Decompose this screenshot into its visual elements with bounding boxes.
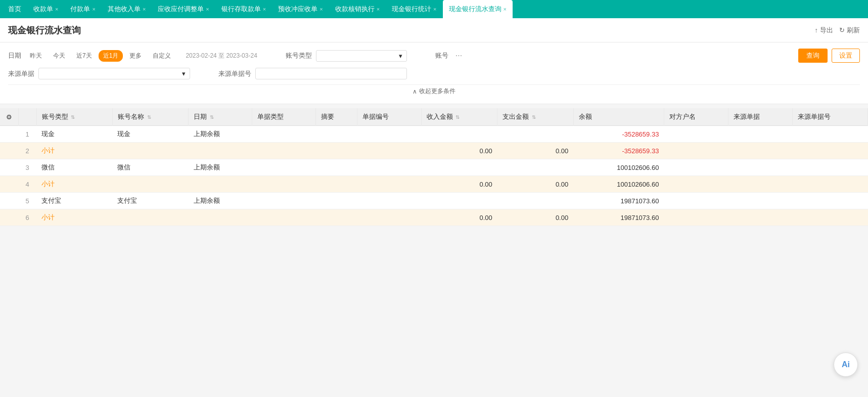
td-counterpart [664, 143, 728, 159]
td-counterpart [664, 193, 728, 209]
td-doc-type [252, 159, 316, 176]
date-range-display: 2023-02-24 至 2023-03-24 [186, 52, 257, 60]
th-counterpart: 对方户名 [664, 108, 728, 126]
td-account-name [112, 176, 188, 193]
collapse-button[interactable]: ∧ 收起更多条件 [8, 84, 860, 98]
td-index: 5 [18, 193, 36, 209]
date-btn-1month[interactable]: 近1月 [99, 50, 123, 62]
td-doc-num [357, 176, 421, 193]
source-doc-label: 来源单据 [8, 69, 34, 78]
td-account-name: 支付宝 [112, 193, 188, 209]
nav-close-adjustment[interactable]: × [206, 6, 209, 12]
td-expense [497, 193, 573, 209]
source-doc-chevron-icon: ▾ [182, 70, 186, 77]
date-btn-7days[interactable]: 近7天 [72, 50, 97, 62]
nav-close-cash-flow[interactable]: × [504, 6, 507, 12]
td-account-type: 支付宝 [36, 193, 112, 209]
td-account-type: 微信 [36, 159, 112, 176]
table-row: 1 现金 现金 上期余额 -3528659.33 [0, 126, 868, 143]
td-checkbox [0, 143, 18, 159]
table-header-row: ⚙ 账号类型 ⇅ 账号名称 ⇅ 日期 ⇅ 单据类型 摘要 单据编号 收入金额 ⇅… [0, 108, 868, 126]
query-button[interactable]: 查询 [798, 49, 828, 63]
nav-close-collection[interactable]: × [377, 6, 380, 12]
source-doc-filter: 来源单据 ▾ [8, 68, 190, 79]
date-btn-yesterday[interactable]: 昨天 [25, 50, 47, 62]
action-buttons: 查询 设置 [798, 49, 860, 63]
td-doc-num [357, 193, 421, 209]
td-account-name: 现金 [112, 126, 188, 143]
refresh-button[interactable]: ↻ 刷新 [839, 26, 860, 35]
source-doc-num-label: 来源单据号 [218, 69, 251, 78]
td-source-doc [728, 159, 792, 176]
td-income [421, 193, 497, 209]
nav-item-collection[interactable]: 收款核销执行 × [329, 0, 386, 18]
account-dots-button[interactable]: ··· [452, 50, 465, 61]
table-row: 5 支付宝 支付宝 上期余额 19871073.60 [0, 193, 868, 209]
table-body: 1 现金 现金 上期余额 -3528659.33 2 小计 0.00 0.00 … [0, 126, 868, 226]
td-summary [316, 176, 357, 193]
date-filter: 日期 昨天 今天 近7天 近1月 更多 自定义 [8, 50, 175, 62]
nav-item-home[interactable]: 首页 [2, 0, 27, 18]
source-doc-num-input[interactable] [255, 68, 407, 79]
td-account-name [112, 209, 188, 226]
th-doc-type: 单据类型 [252, 108, 316, 126]
page-header: 现金银行流水查询 ↑ 导出 ↻ 刷新 [0, 18, 868, 42]
export-button[interactable]: ↑ 导出 [815, 26, 834, 35]
date-btn-custom[interactable]: 自定义 [148, 50, 175, 62]
td-counterpart [664, 159, 728, 176]
nav-close-receipt[interactable]: × [55, 6, 58, 12]
nav-item-cash-stats[interactable]: 现金银行统计 × [386, 0, 442, 18]
th-gear[interactable]: ⚙ [0, 108, 18, 126]
th-account-name[interactable]: 账号名称 ⇅ [112, 108, 188, 126]
td-source-doc [728, 209, 792, 226]
td-balance: 100102606.60 [573, 159, 664, 176]
account-type-select[interactable]: ▾ [316, 50, 407, 62]
th-source-doc-num: 来源单据号 [792, 108, 867, 126]
td-source-doc [728, 143, 792, 159]
th-balance: 余额 [573, 108, 664, 126]
td-source-doc [728, 126, 792, 143]
td-checkbox [0, 126, 18, 143]
td-doc-num [357, 209, 421, 226]
td-expense: 0.00 [497, 176, 573, 193]
nav-item-cash-flow[interactable]: 现金银行流水查询 × [443, 0, 513, 18]
td-counterpart [664, 126, 728, 143]
refresh-icon: ↻ [839, 26, 845, 34]
nav-item-payment[interactable]: 付款单 × [64, 0, 101, 18]
td-date [189, 209, 252, 226]
nav-item-bank-deposit[interactable]: 银行存取款单 × [215, 0, 272, 18]
table-row: 2 小计 0.00 0.00 -3528659.33 [0, 143, 868, 159]
th-expense[interactable]: 支出金额 ⇅ [497, 108, 573, 126]
settings-button[interactable]: 设置 [832, 49, 860, 63]
nav-close-prepayment[interactable]: × [319, 6, 323, 12]
td-balance: -3528659.33 [573, 126, 664, 143]
td-doc-type [252, 209, 316, 226]
date-btn-today[interactable]: 今天 [49, 50, 70, 62]
td-account-type: 小计 [36, 209, 112, 226]
td-checkbox [0, 176, 18, 193]
th-account-type[interactable]: 账号类型 ⇅ [36, 108, 112, 126]
td-doc-type [252, 176, 316, 193]
nav-item-adjustment[interactable]: 应收应付调整单 × [152, 0, 215, 18]
td-date [189, 143, 252, 159]
nav-item-prepayment[interactable]: 预收冲应收单 × [272, 0, 329, 18]
th-date[interactable]: 日期 ⇅ [189, 108, 252, 126]
td-doc-num [357, 126, 421, 143]
nav-close-bank-deposit[interactable]: × [263, 6, 266, 12]
date-options: 昨天 今天 近7天 近1月 更多 自定义 [25, 50, 175, 62]
source-doc-select[interactable]: ▾ [38, 68, 190, 79]
nav-close-other-income[interactable]: × [143, 6, 146, 12]
nav-item-other-income[interactable]: 其他收入单 × [102, 0, 152, 18]
th-income[interactable]: 收入金额 ⇅ [421, 108, 497, 126]
nav-item-receipt[interactable]: 收款单 × [27, 0, 64, 18]
th-source-doc: 来源单据 [728, 108, 792, 126]
td-expense: 0.00 [497, 209, 573, 226]
td-checkbox [0, 193, 18, 209]
nav-close-payment[interactable]: × [92, 6, 95, 12]
td-expense: 0.00 [497, 143, 573, 159]
nav-close-cash-stats[interactable]: × [433, 6, 436, 12]
td-index: 1 [18, 126, 36, 143]
td-account-name [112, 143, 188, 159]
th-summary: 摘要 [316, 108, 357, 126]
date-btn-more[interactable]: 更多 [125, 50, 146, 62]
